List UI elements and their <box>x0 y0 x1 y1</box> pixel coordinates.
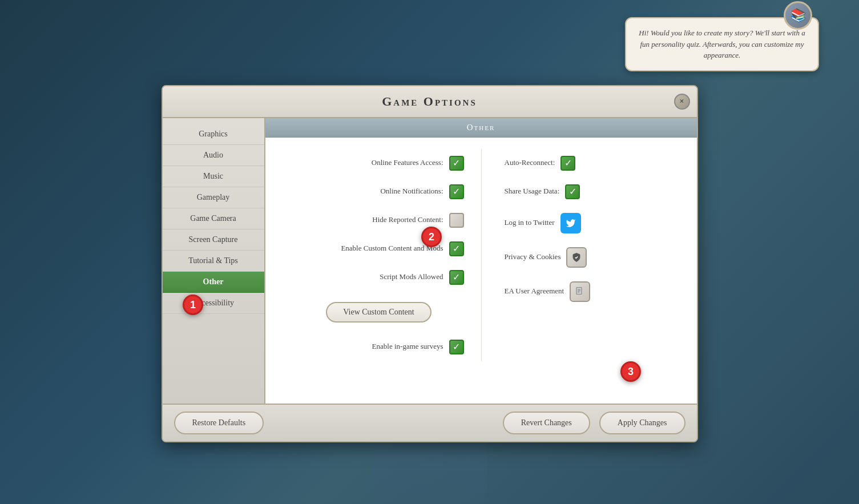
option-ingame-surveys: Enable in-game surveys ✓ <box>283 333 475 361</box>
option-privacy-cookies: Privacy & Cookies <box>493 240 680 275</box>
online-notifications-checkbox[interactable]: ✓ <box>449 184 464 199</box>
option-hide-reported: Hide Reported Content: <box>283 206 475 235</box>
content-section-header: Other <box>265 118 697 138</box>
restore-defaults-button[interactable]: Restore Defaults <box>174 412 264 434</box>
enable-custom-checkbox[interactable]: ✓ <box>449 241 464 256</box>
annotation-2: 2 <box>421 227 442 247</box>
right-column: Auto-Reconnect: ✓ Share Usage Data: ✓ Lo… <box>481 149 680 361</box>
hide-reported-checkbox[interactable] <box>449 213 464 228</box>
dialog-title: Game Options <box>382 94 477 108</box>
script-mods-label: Script Mods Allowed <box>380 272 443 282</box>
hide-reported-label: Hide Reported Content: <box>372 215 443 225</box>
sidebar: Graphics Audio Music Gameplay Game Camer… <box>163 118 265 404</box>
sidebar-item-other[interactable]: Other <box>163 272 264 293</box>
twitter-label: Log in to Twitter <box>505 218 555 228</box>
sidebar-item-audio[interactable]: Audio <box>163 145 264 166</box>
revert-changes-button[interactable]: Revert Changes <box>503 412 590 434</box>
sidebar-item-game-camera[interactable]: Game Camera <box>163 208 264 229</box>
game-options-dialog: Game Options × Graphics Audio Music Game… <box>162 85 698 442</box>
sidebar-item-music[interactable]: Music <box>163 166 264 187</box>
footer-right-buttons: Revert Changes Apply Changes <box>503 412 685 434</box>
content-body: Online Features Access: ✓ Online Notific… <box>265 138 697 373</box>
ingame-surveys-checkbox[interactable]: ✓ <box>449 340 464 354</box>
script-mods-checkbox[interactable]: ✓ <box>449 270 464 285</box>
option-auto-reconnect: Auto-Reconnect: ✓ <box>493 149 680 178</box>
online-features-checkbox[interactable]: ✓ <box>449 156 464 171</box>
auto-reconnect-checkbox[interactable]: ✓ <box>560 156 575 171</box>
close-button[interactable]: × <box>674 94 690 110</box>
view-custom-content-button[interactable]: View Custom Content <box>326 302 431 322</box>
option-enable-custom: Enable Custom Content and Mods ✓ <box>283 235 475 263</box>
left-column: Online Features Access: ✓ Online Notific… <box>283 149 481 361</box>
dialog-header: Game Options × <box>163 86 697 118</box>
ingame-surveys-label: Enable in-game surveys <box>372 342 443 352</box>
online-features-label: Online Features Access: <box>372 158 443 168</box>
privacy-cookies-button[interactable] <box>566 247 587 268</box>
view-custom-row: View Custom Content <box>283 292 475 333</box>
share-usage-label: Share Usage Data: <box>505 187 560 196</box>
online-notifications-label: Online Notifications: <box>380 187 443 196</box>
option-ea-agreement: EA User Agreement <box>493 275 680 309</box>
sidebar-item-graphics[interactable]: Graphics <box>163 124 264 145</box>
options-columns: Online Features Access: ✓ Online Notific… <box>283 149 680 361</box>
annotation-1: 1 <box>183 295 203 315</box>
apply-changes-button[interactable]: Apply Changes <box>599 412 685 434</box>
auto-reconnect-label: Auto-Reconnect: <box>505 158 555 168</box>
privacy-cookies-label: Privacy & Cookies <box>505 252 561 262</box>
ea-agreement-label: EA User Agreement <box>505 287 564 296</box>
dialog-overlay: Game Options × Graphics Audio Music Game… <box>0 0 859 504</box>
sidebar-item-screen-capture[interactable]: Screen Capture <box>163 229 264 251</box>
option-script-mods: Script Mods Allowed ✓ <box>283 263 475 292</box>
twitter-button[interactable] <box>560 213 581 233</box>
dialog-footer: Restore Defaults Revert Changes Apply Ch… <box>163 404 697 441</box>
sidebar-item-accessibility[interactable]: Accessibility <box>163 293 264 314</box>
dialog-body: Graphics Audio Music Gameplay Game Camer… <box>163 118 697 404</box>
option-online-notifications: Online Notifications: ✓ <box>283 178 475 206</box>
option-twitter: Log in to Twitter <box>493 206 680 240</box>
ea-agreement-button[interactable] <box>570 281 590 302</box>
share-usage-checkbox[interactable]: ✓ <box>565 184 580 199</box>
sidebar-item-gameplay[interactable]: Gameplay <box>163 187 264 208</box>
content-panel: Other Online Features Access: ✓ Online N… <box>265 118 697 404</box>
annotation-3: 3 <box>620 361 641 382</box>
sidebar-item-tutorial-tips[interactable]: Tutorial & Tips <box>163 251 264 272</box>
option-share-usage: Share Usage Data: ✓ <box>493 178 680 206</box>
option-online-features: Online Features Access: ✓ <box>283 149 475 178</box>
